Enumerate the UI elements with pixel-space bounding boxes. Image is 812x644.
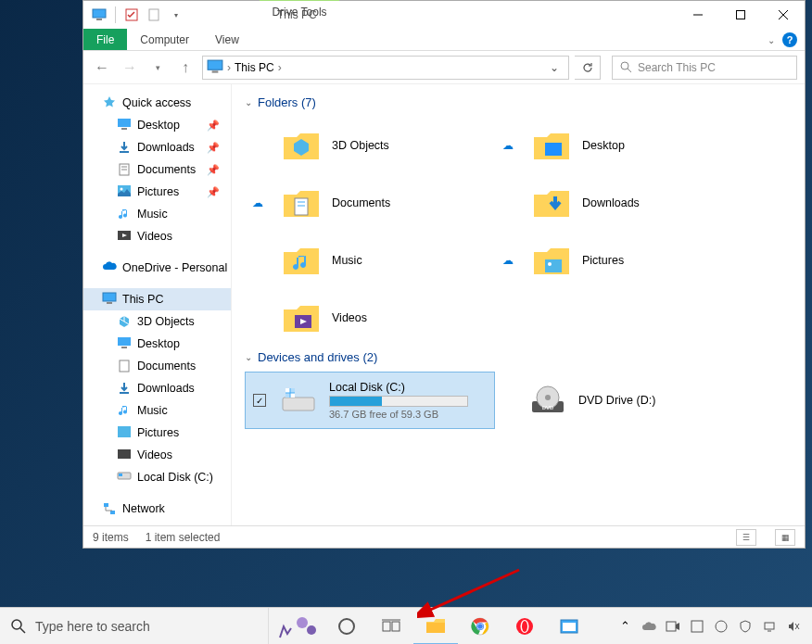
- folder-3d-icon: [282, 126, 321, 165]
- forward-button[interactable]: →: [119, 57, 141, 79]
- tray-meet-icon[interactable]: [662, 608, 684, 645]
- qat-dropdown-icon[interactable]: ▾: [168, 6, 184, 23]
- sidebar-qa-desktop[interactable]: Desktop 📌: [83, 114, 231, 136]
- sidebar-pc-downloads[interactable]: Downloads: [83, 377, 231, 399]
- pictures-icon: [117, 425, 132, 440]
- ribbon-help-area: ⌄ ?: [768, 32, 797, 47]
- taskbar-app[interactable]: [547, 608, 591, 645]
- folder-videos[interactable]: Videos: [245, 289, 495, 347]
- taskbar-widget[interactable]: [269, 608, 324, 645]
- explorer-body: Quick access Desktop 📌 Downloads 📌 Docum…: [83, 84, 805, 525]
- sidebar-network[interactable]: Network: [83, 498, 231, 520]
- desktop-icon: [117, 336, 132, 351]
- navigation-bar: ← → ▾ ↑ › This PC › ⌄ Search This PC: [83, 51, 805, 84]
- drive-info: Local Disk (C:) 36.7 GB free of 59.3 GB: [329, 381, 487, 420]
- sidebar-qa-videos[interactable]: Videos: [83, 225, 231, 247]
- network-icon: [102, 501, 117, 516]
- sidebar-qa-pictures[interactable]: Pictures 📌: [83, 181, 231, 203]
- drive-dvd-d[interactable]: DVD DVD Drive (D:): [495, 372, 745, 429]
- maximize-button[interactable]: [719, 1, 762, 29]
- drive-local-c[interactable]: ✓ Local Disk (C:) 36.7 GB free of 59.3 G…: [245, 372, 495, 429]
- folder-pictures[interactable]: ☁ Pictures: [495, 232, 745, 289]
- taskbar-explorer[interactable]: [413, 608, 458, 645]
- tray-language-icon[interactable]: [710, 608, 732, 645]
- sidebar-qa-downloads[interactable]: Downloads 📌: [83, 136, 231, 158]
- svg-point-49: [12, 620, 21, 629]
- sidebar-pc-localdisk[interactable]: Local Disk (C:): [83, 466, 231, 488]
- sidebar-pc-3d[interactable]: 3D Objects: [83, 310, 231, 333]
- taskbar-search[interactable]: Type here to search: [0, 608, 269, 645]
- breadcrumb-thispc[interactable]: This PC: [231, 61, 278, 74]
- sidebar-onedrive[interactable]: OneDrive - Personal: [83, 257, 231, 279]
- status-selected-count: 1 item selected: [146, 531, 221, 544]
- sidebar-pc-desktop[interactable]: Desktop: [83, 333, 231, 355]
- recent-dropdown-icon[interactable]: ▾: [146, 57, 169, 79]
- sidebar-pc-videos[interactable]: Videos: [83, 444, 231, 466]
- svg-rect-29: [104, 503, 108, 507]
- svg-rect-68: [691, 621, 703, 632]
- svg-rect-0: [93, 9, 106, 18]
- pin-icon: 📌: [207, 186, 220, 198]
- folder-documents[interactable]: ☁ Documents: [245, 174, 495, 232]
- folder-music-icon: [282, 241, 321, 280]
- close-button[interactable]: [762, 1, 805, 29]
- status-item-count: 9 items: [93, 531, 129, 544]
- help-icon[interactable]: ?: [782, 32, 797, 47]
- sidebar-qa-documents[interactable]: Documents 📌: [83, 158, 231, 181]
- svg-point-36: [548, 262, 552, 266]
- cloud-sync-icon: ☁: [502, 254, 514, 267]
- navigation-pane[interactable]: Quick access Desktop 📌 Downloads 📌 Docum…: [83, 84, 232, 525]
- title-bar: ▾ This PC: [83, 1, 805, 29]
- file-tab[interactable]: File: [83, 29, 127, 50]
- folder-desktop[interactable]: ☁ Desktop: [495, 117, 745, 174]
- address-bar[interactable]: › This PC › ⌄: [202, 56, 569, 80]
- tray-security-icon[interactable]: [734, 608, 756, 645]
- folder-downloads[interactable]: Downloads: [495, 174, 745, 232]
- minimize-button[interactable]: [677, 1, 719, 29]
- taskbar-taskview[interactable]: [369, 608, 413, 645]
- sidebar-pc-pictures[interactable]: Pictures: [83, 422, 231, 444]
- view-tab[interactable]: View: [202, 29, 252, 50]
- svg-rect-1: [96, 19, 102, 20]
- devices-group-header[interactable]: ⌄ Devices and drives (2): [245, 347, 792, 372]
- tiles-view-button[interactable]: ▦: [775, 529, 795, 546]
- sidebar-pc-documents[interactable]: Documents: [83, 355, 231, 377]
- tray-app-icon[interactable]: [686, 608, 708, 645]
- svg-rect-54: [383, 622, 390, 631]
- tray-overflow-icon[interactable]: ⌃: [614, 608, 636, 645]
- svg-rect-23: [121, 347, 127, 348]
- computer-tab[interactable]: Computer: [127, 29, 202, 50]
- svg-rect-22: [118, 337, 131, 346]
- drive-tools-tab[interactable]: Drive Tools: [260, 1, 339, 23]
- taskbar-opera[interactable]: [502, 608, 547, 645]
- addr-chevron-icon[interactable]: ›: [278, 61, 282, 74]
- folder-3d-objects[interactable]: 3D Objects: [245, 117, 495, 174]
- checkbox-checked-icon[interactable]: ✓: [253, 394, 266, 407]
- ribbon-collapse-icon[interactable]: ⌄: [768, 35, 775, 45]
- details-view-button[interactable]: ☰: [736, 529, 756, 546]
- back-button[interactable]: ←: [91, 57, 113, 79]
- tray-onedrive-icon[interactable]: [638, 608, 660, 645]
- taskbar-chrome[interactable]: [458, 608, 502, 645]
- sidebar-quick-access[interactable]: Quick access: [83, 92, 231, 114]
- folders-group-header[interactable]: ⌄ Folders (7): [245, 92, 792, 117]
- address-dropdown-icon[interactable]: ⌄: [544, 61, 565, 74]
- sidebar-this-pc[interactable]: This PC: [83, 288, 231, 310]
- svg-rect-12: [118, 119, 131, 127]
- up-button[interactable]: ↑: [174, 57, 197, 79]
- taskbar-cortana[interactable]: [324, 608, 369, 645]
- tray-network-icon[interactable]: [758, 608, 780, 645]
- search-input[interactable]: Search This PC: [612, 56, 797, 80]
- documents-icon: [117, 162, 132, 177]
- tray-volume-icon[interactable]: [782, 608, 805, 645]
- qat-properties-icon[interactable]: [123, 6, 140, 23]
- local-disk-icon: [279, 381, 318, 420]
- content-pane[interactable]: ⌄ Folders (7) 3D Objects ☁ Desktop ☁ Doc…: [232, 84, 805, 525]
- folder-music[interactable]: Music: [245, 232, 495, 289]
- qat-new-icon[interactable]: [146, 6, 162, 23]
- devices-grid: ✓ Local Disk (C:) 36.7 GB free of 59.3 G…: [245, 372, 792, 429]
- sidebar-pc-music[interactable]: Music: [83, 399, 231, 422]
- sidebar-qa-music[interactable]: Music: [83, 203, 231, 225]
- file-explorer-window: ▾ This PC Manage Drive Tools File Comput…: [82, 0, 806, 549]
- refresh-button[interactable]: [575, 56, 601, 80]
